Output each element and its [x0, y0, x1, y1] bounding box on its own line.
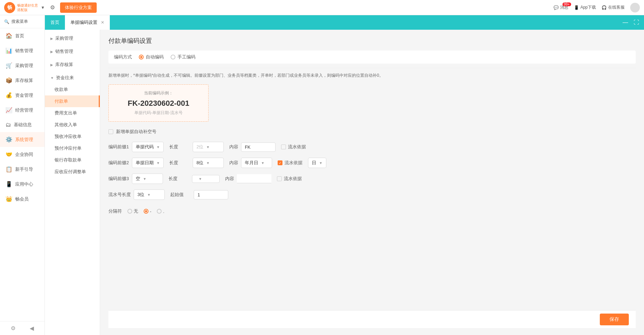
prefix2-date-unit-select[interactable]: 日 ▼	[308, 158, 326, 168]
sidebar-search[interactable]: 🔍 搜索菜单	[0, 15, 45, 28]
sub-menu-item-adjustment[interactable]: 应收应付调整单	[45, 166, 100, 178]
sidebar-item-basic[interactable]: 🗂 基础信息	[0, 118, 45, 132]
finance-icon: 💰	[6, 92, 12, 99]
app-icon: 📱	[574, 5, 579, 10]
prefix1-content-input[interactable]	[241, 142, 276, 152]
dropdown-chevron-icon: ▼	[41, 5, 45, 10]
sidebar-item-operation-label: 经营管理	[15, 107, 33, 113]
sidebar-item-inventory[interactable]: 📦 库存核算	[0, 73, 45, 88]
sidebar-item-guide[interactable]: 📋 新手引导	[0, 162, 45, 177]
manual-code-label: 手工编码	[177, 54, 195, 60]
sidebar-item-purchase-label: 采购管理	[15, 63, 33, 69]
divider-1	[108, 68, 636, 68]
prefix2-content-select[interactable]: 年月日 ▼	[241, 158, 272, 168]
prefix3-content-input[interactable]	[237, 174, 271, 183]
code-preview-desc: 单据代码-单据日期-流水号	[116, 110, 201, 116]
sidebar-item-system[interactable]: ⚙️ 系统管理	[0, 132, 45, 147]
prefix2-label: 编码前缀2	[108, 160, 129, 166]
prefix2-select[interactable]: 单据日期 ▼	[132, 158, 164, 168]
serial-length-select[interactable]: 3位 ▼	[134, 189, 165, 200]
sidebar-item-app[interactable]: 📱 应用中心	[0, 177, 45, 192]
sub-group-funds: ▼ 资金往来 收款单 付款单 费用支出单 其他收入单	[45, 72, 100, 178]
gear-button[interactable]: ⚙	[48, 3, 57, 12]
sub-menu-item-advance-pay[interactable]: 预付冲应付单	[45, 142, 100, 154]
sidebar-item-operation[interactable]: 📈 经营管理	[0, 103, 45, 118]
tab-expand-icon[interactable]: ⛶	[632, 18, 641, 27]
prefix1-stream-checkbox[interactable]	[281, 145, 286, 149]
prefix2-stream-label: 流水依据	[285, 160, 302, 166]
prefix3-length-group: 长度 ▼	[169, 175, 220, 183]
sub-menu-sales-label: 销售管理	[55, 48, 73, 55]
prefix1-length-group: 长度 2位 ▼	[169, 142, 224, 152]
settings-bottom-icon[interactable]: ⚙	[11, 325, 16, 332]
sub-menu-item-bank[interactable]: 银行存取款单	[45, 154, 100, 166]
save-button[interactable]: 保存	[600, 314, 629, 325]
prefix2-length-value: 8位	[196, 160, 203, 166]
prefix2-stream-checkbox[interactable]: ✓	[278, 160, 282, 165]
prefix3-stream-checkbox[interactable]	[277, 176, 282, 181]
tab-home[interactable]: 首页	[45, 15, 65, 30]
prefix1-select[interactable]: 单据代码 ▼	[132, 142, 164, 152]
sub-menu-expense-label: 费用支出单	[55, 110, 77, 115]
sub-menu-header-purchase[interactable]: ▶ 采购管理	[45, 32, 100, 44]
auto-fill-checkbox[interactable]	[108, 129, 113, 134]
separator-dot-dot	[157, 209, 162, 214]
code-preview-box: 当前编码示例： FK-20230602-001 单据代码-单据日期-流水号	[108, 84, 209, 122]
trial-button[interactable]: 体验行业方案	[60, 2, 97, 13]
sidebar-item-finance[interactable]: 💰 资金管理	[0, 88, 45, 103]
serial-start-input[interactable]	[194, 190, 228, 199]
manual-code-radio[interactable]: 手工编码	[171, 54, 195, 60]
app-download-button[interactable]: 📱 App下载	[574, 4, 596, 10]
tab-encoding[interactable]: 单据编码设置 ✕	[65, 15, 110, 30]
sidebar-item-home[interactable]: 🏠 首页	[0, 28, 45, 43]
sidebar-item-purchase[interactable]: 🛒 采购管理	[0, 58, 45, 73]
auto-fill-row: 新增单据自动补空号	[108, 129, 636, 135]
message-badge: 99+	[563, 2, 571, 6]
separator-none-radio[interactable]: 无	[127, 208, 138, 214]
sub-menu-item-other-income[interactable]: 其他收入单	[45, 119, 100, 131]
message-button[interactable]: 💬 消息 99+	[554, 4, 568, 10]
prefix2-group: 编码前缀2 单据日期 ▼	[108, 158, 164, 168]
sub-menu-item-expense[interactable]: 费用支出单	[45, 107, 100, 119]
separator-dash-radio[interactable]: -	[144, 209, 151, 214]
auto-code-radio[interactable]: 自动编码	[139, 54, 164, 60]
sidebar-item-sales[interactable]: 📊 销售管理	[0, 43, 45, 58]
prefix1-content-label: 内容	[229, 144, 238, 150]
sidebar-item-basic-label: 基础信息	[14, 122, 32, 128]
sub-menu-header-inventory[interactable]: ▶ 库存核算	[45, 59, 100, 71]
service-label: 在线客服	[608, 4, 625, 10]
separator-dot-radio[interactable]: .	[157, 209, 164, 214]
sub-menu-item-payment[interactable]: 付款单	[45, 95, 100, 107]
serial-length-chevron-icon: ▼	[147, 193, 151, 197]
prefix3-chevron-icon: ▼	[143, 177, 146, 181]
prefix3-length-select[interactable]: ▼	[192, 175, 220, 183]
tab-minimize-icon[interactable]: —	[621, 18, 630, 27]
sidebar-item-member[interactable]: 👑 畅会员	[0, 192, 45, 206]
prefix3-stream-label: 流水依据	[284, 176, 302, 182]
prefix3-select[interactable]: 空 ▼	[132, 174, 163, 184]
header-dropdown[interactable]: ▼	[41, 5, 45, 10]
prefix2-length-select[interactable]: 8位 ▼	[193, 158, 224, 168]
prefix1-length-select[interactable]: 2位 ▼	[193, 142, 224, 152]
online-service-button[interactable]: 🎧 在线客服	[602, 4, 625, 10]
sidebar-search-label: 搜索菜单	[11, 19, 28, 25]
sub-menu-item-advance-receive[interactable]: 预收冲应收单	[45, 131, 100, 142]
header-left: 畅 畅捷通好生意 搭配版 ▼ ⚙ 体验行业方案	[4, 2, 97, 13]
prefix2-row: 编码前缀2 单据日期 ▼ 长度 8位 ▼ 内容	[108, 158, 636, 168]
app-label: App下载	[580, 4, 596, 10]
sidebar-item-inventory-label: 库存核算	[15, 77, 33, 84]
sidebar-item-cooperation[interactable]: 🤝 企业协同	[0, 147, 45, 162]
logo-line2: 搭配版	[17, 8, 38, 12]
prefix1-length-chevron-icon: ▼	[206, 145, 210, 149]
avatar[interactable]	[630, 3, 640, 12]
collapse-icon[interactable]: ◀	[30, 325, 34, 332]
tab-close-icon[interactable]: ✕	[101, 20, 104, 25]
prefix1-length-label: 长度	[169, 144, 190, 150]
sub-group-sales: ▶ 销售管理	[45, 46, 100, 57]
prefix1-length-value: 2位	[196, 144, 203, 150]
sub-group-purchase: ▶ 采购管理	[45, 32, 100, 44]
sub-menu-header-sales[interactable]: ▶ 销售管理	[45, 46, 100, 57]
sidebar-item-guide-label: 新手引导	[15, 166, 33, 173]
sub-menu-header-funds[interactable]: ▼ 资金往来	[45, 72, 100, 84]
sub-menu-item-receipt[interactable]: 收款单	[45, 84, 100, 95]
